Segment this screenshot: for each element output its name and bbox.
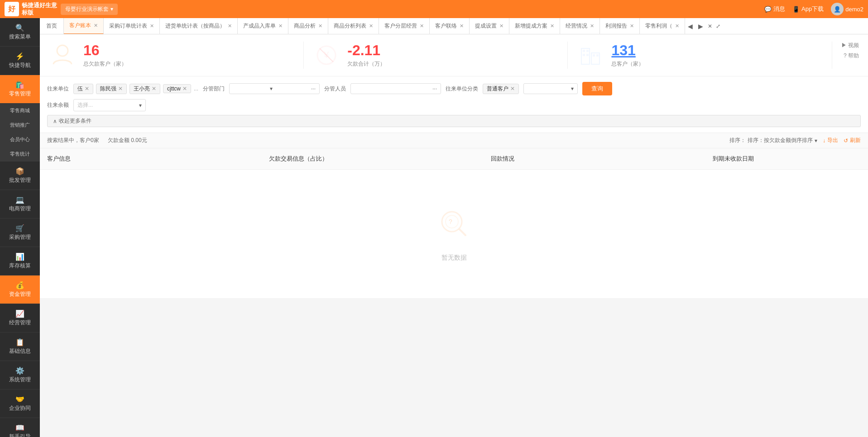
sidebar-item-basic-info[interactable]: 📋 基础信息 (0, 332, 40, 361)
total-overdue-clients-label: 总欠款客户（家） (83, 60, 127, 68)
basic-info-icon: 📋 (0, 338, 40, 347)
building-icon (577, 42, 604, 69)
sidebar-item-search[interactable]: 🔍 搜索菜单 (0, 18, 40, 47)
query-button[interactable]: 查询 (582, 82, 612, 95)
collapse-button[interactable]: ∧ 收起更多条件 (47, 115, 861, 127)
filter-more-button[interactable]: ... (194, 86, 198, 92)
dept-select[interactable]: ▾ ··· (229, 83, 320, 94)
tab-close-add-plan[interactable]: ✕ (550, 23, 554, 29)
tab-home[interactable]: 首页 (40, 18, 64, 34)
sidebar-item-purchase[interactable]: 🛒 采购管理 (0, 218, 40, 247)
tab-close-biz-status[interactable]: ✕ (590, 23, 594, 29)
col-payment-status: 回款情况 (491, 153, 713, 165)
dept-label: 分管部门 (203, 85, 225, 93)
tab-close-goods-analysis[interactable]: ✕ (318, 23, 322, 29)
tab-close-goods-stats[interactable]: ✕ (228, 23, 232, 29)
remove-tag-cjttcw[interactable]: ✕ (182, 86, 187, 92)
results-bar: 搜索结果中，客户0家 欠款金额 0.00元 排序： 排序：按欠款金额倒序排序 ▾… (40, 133, 868, 148)
dept-more-icon[interactable]: ··· (311, 86, 316, 92)
sidebar-item-retail-mall[interactable]: 零售商城 (0, 104, 40, 118)
tab-maximize-button[interactable]: ⤢ (714, 23, 722, 29)
sidebar-item-quick-nav[interactable]: ⚡ 快捷导航 (0, 47, 40, 75)
tab-purchase-order[interactable]: 采购订单统计表 ✕ (104, 18, 160, 34)
dropdown-arrow-icon: ▾ (110, 6, 113, 12)
tab-next-button[interactable]: ▶ (695, 23, 706, 30)
tab-retail-profit[interactable]: 零售利润（ ✕ (640, 18, 685, 34)
help-button[interactable]: ? 帮助 (844, 52, 859, 60)
sidebar-item-wholesale[interactable]: 📦 批发管理 (0, 162, 40, 190)
tab-raise-settings[interactable]: 提成设置 ✕ (470, 18, 509, 34)
sidebar-item-ecommerce[interactable]: 💻 电商管理 (0, 190, 40, 218)
message-button[interactable]: 💬 消息 (764, 5, 785, 13)
sidebar-item-enterprise[interactable]: 🤝 企业协同 (0, 390, 40, 418)
sidebar-item-sys-mgmt[interactable]: ⚙️ 系统管理 (0, 361, 40, 390)
video-button[interactable]: ▶ 视频 (841, 42, 859, 49)
tab-customer-tier[interactable]: 客户分层经营 ✕ (379, 18, 430, 34)
app-logo: 好 (5, 2, 19, 16)
overdue-total-value: -2.11 (347, 43, 385, 58)
tab-customer-contact[interactable]: 客户联络 ✕ (430, 18, 470, 34)
tab-close-profit-report[interactable]: ✕ (630, 23, 634, 29)
remove-tag-chen[interactable]: ✕ (118, 86, 123, 92)
quick-nav-icon: ⚡ (0, 52, 40, 61)
sidebar-item-member[interactable]: 会员中心 (0, 133, 40, 147)
filter-area: 往来单位 伍 ✕ 陈民强 ✕ 王小亮 (40, 76, 868, 133)
person-more-icon[interactable]: ··· (432, 86, 437, 92)
sidebar-item-new-guide[interactable]: 📖 新手引导 (0, 418, 40, 437)
help-icon: ? (844, 52, 848, 59)
tab-close-raise-settings[interactable]: ✕ (499, 23, 504, 29)
app-title: 畅捷通好生意 标版 (22, 2, 57, 16)
inventory-icon: 📊 (0, 252, 40, 261)
tab-close-customer-tier[interactable]: ✕ (420, 23, 424, 29)
tab-close-customer-contact[interactable]: ✕ (460, 23, 464, 29)
tab-goods-stats[interactable]: 进货单统计表（按商品） ✕ (160, 18, 238, 34)
tab-profit-report[interactable]: 利润报告 ✕ (600, 18, 640, 34)
svg-rect-10 (593, 54, 595, 57)
sidebar-item-retail[interactable]: 🛍️ 零售管理 (0, 75, 40, 104)
tab-close-accounts[interactable]: ✕ (94, 23, 98, 28)
filter-tag-chen: 陈民强 ✕ (96, 84, 127, 94)
tab-prev-button[interactable]: ◀ (685, 23, 695, 30)
sidebar-item-marketing[interactable]: 营销推广 (0, 118, 40, 133)
user-menu[interactable]: 👤 demo2 (831, 3, 863, 15)
person-select[interactable]: ··· (350, 83, 441, 94)
svg-rect-8 (583, 54, 585, 56)
svg-rect-6 (583, 50, 585, 52)
tab-close-cost-in[interactable]: ✕ (278, 23, 283, 29)
tab-accounts[interactable]: 客户账本 ✕ (64, 18, 104, 34)
company-selector[interactable]: 母婴行业演示帐套 ▾ (61, 4, 118, 15)
stats-row: 16 总欠款客户（家） ¥ (40, 34, 868, 76)
tab-add-plan[interactable]: 新增提成方案 ✕ (509, 18, 560, 34)
export-button[interactable]: ↓ 导出 (823, 137, 838, 144)
tab-cost-in[interactable]: 产成品入库单 ✕ (238, 18, 288, 34)
unit-type-select[interactable]: ▾ (523, 83, 578, 94)
app-download-button[interactable]: 📱 App下载 (792, 5, 824, 13)
total-clients-value[interactable]: 131 (611, 43, 644, 58)
results-summary: 搜索结果中，客户0家 欠款金额 0.00元 (47, 137, 147, 144)
remove-tag-wang[interactable]: ✕ (152, 86, 156, 92)
tab-close-purchase-order[interactable]: ✕ (150, 23, 154, 29)
tab-goods-analysis[interactable]: 商品分析 ✕ (288, 18, 328, 34)
ecommerce-icon: 💻 (0, 195, 40, 204)
tab-close-goods-analysis-list[interactable]: ✕ (369, 23, 373, 29)
unit-type-label: 往来单位分类 (446, 85, 478, 93)
remaining-select[interactable]: 选择... ▾ (73, 99, 146, 111)
svg-rect-7 (586, 50, 589, 52)
remove-tag-normal-customer[interactable]: ✕ (510, 86, 515, 92)
tab-biz-status[interactable]: 经营情况 ✕ (560, 18, 600, 34)
video-icon: ▶ (841, 42, 848, 48)
data-table: 客户信息 欠款交易信息（占比） 回款情况 到期未收款日期 ? (40, 148, 868, 298)
tab-close-all-button[interactable]: ✕ (706, 23, 714, 29)
sidebar-item-biz-mgmt[interactable]: 📈 经营管理 (0, 304, 40, 332)
sidebar-item-inventory[interactable]: 📊 库存核算 (0, 247, 40, 276)
sidebar-item-retail-stats[interactable]: 零售统计 (0, 147, 40, 162)
sort-select[interactable]: 排序： 排序：按欠款金额倒序排序 ▾ (729, 137, 817, 144)
tab-close-retail-profit[interactable]: ✕ (675, 23, 679, 29)
remove-tag-wu[interactable]: ✕ (85, 86, 89, 92)
svg-point-0 (57, 45, 68, 56)
sidebar-item-capital[interactable]: 💰 资金管理 (0, 276, 40, 304)
unit-type-arrow: ▾ (571, 86, 574, 92)
new-guide-icon: 📖 (0, 423, 40, 432)
tab-goods-analysis-list[interactable]: 商品分析列表 ✕ (328, 18, 379, 34)
refresh-button[interactable]: ↺ 刷新 (844, 137, 861, 144)
